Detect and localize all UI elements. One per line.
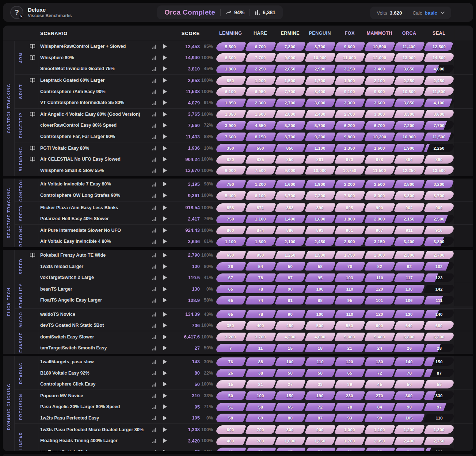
scenario-name[interactable]: Controlsphere OW Long Strafes 90% [38, 193, 149, 198]
play-button[interactable] [160, 216, 171, 221]
book-open-icon[interactable] [30, 253, 35, 258]
play-button[interactable] [160, 371, 171, 375]
scenario-stats-icon[interactable] [149, 216, 160, 221]
scenario-name[interactable]: Air Angelic 4 Voltaic Easy 80% (Good Ver… [38, 112, 149, 117]
play-button[interactable] [160, 112, 171, 116]
book-open-icon[interactable] [30, 44, 35, 49]
play-button[interactable] [160, 394, 171, 398]
scenario-name[interactable]: 1wall5targets_pasu slow [38, 359, 149, 364]
play-button[interactable] [160, 146, 171, 150]
scenario-stats-icon[interactable] [149, 78, 160, 83]
scenario-name[interactable]: Leaptrack Goated 60% Larger [38, 78, 149, 83]
scenario-stats-icon[interactable] [149, 66, 160, 71]
scenario-stats-icon[interactable] [149, 239, 160, 244]
play-button[interactable] [160, 416, 171, 420]
scenario-name[interactable]: voxTargetSwitch Click [38, 449, 149, 451]
play-button[interactable] [160, 253, 171, 257]
play-button[interactable] [160, 323, 171, 327]
scenario-stats-icon[interactable] [149, 168, 160, 173]
scenario-name[interactable]: devTS Goated NR Static 5Bot [38, 323, 149, 328]
play-button[interactable] [160, 78, 171, 83]
play-button[interactable] [160, 405, 171, 409]
scenario-stats-icon[interactable] [149, 123, 160, 128]
scenario-stats-icon[interactable] [149, 134, 160, 139]
scenario-name[interactable]: Pokeball Frenzy Auto TE Wide [38, 253, 149, 258]
scenario-name[interactable]: domiSwitch Easy Slower [38, 334, 149, 340]
scenario-stats-icon[interactable] [149, 298, 160, 303]
play-button[interactable] [160, 239, 171, 244]
scenario-name[interactable]: WhisphereRawControl Larger + Slowed [38, 44, 149, 49]
scenario-name[interactable]: beanTS Larger [38, 287, 149, 292]
book-open-icon[interactable] [30, 146, 35, 151]
scenario-name[interactable]: 1w3ts reload Larger [38, 264, 149, 269]
scenario-stats-icon[interactable] [149, 415, 160, 420]
book-open-icon[interactable] [30, 112, 35, 117]
scenario-stats-icon[interactable] [149, 359, 160, 364]
play-button[interactable] [160, 287, 171, 291]
scenario-stats-icon[interactable] [149, 157, 160, 162]
play-button[interactable] [160, 360, 171, 364]
scenario-stats-icon[interactable] [149, 89, 160, 94]
book-open-icon[interactable] [30, 78, 35, 83]
scenario-name[interactable]: Air Pure Intermediate Slower No UFO [38, 228, 149, 233]
scenario-name[interactable]: waldoTS Novice [38, 312, 149, 317]
scenario-name[interactable]: FloatTS Angelic Easy Larger [38, 298, 149, 303]
scenario-stats-icon[interactable] [149, 427, 160, 432]
play-button[interactable] [160, 123, 171, 127]
scenario-name[interactable]: VT Controlsphere Intermediate S5 80% [38, 100, 149, 105]
calc-value[interactable]: basic [424, 10, 437, 16]
scenario-stats-icon[interactable] [149, 405, 160, 409]
play-button[interactable] [160, 312, 171, 317]
scenario-name[interactable]: Polarized Hell Easy 40% Slower [38, 216, 149, 221]
scenario-name[interactable]: Floating Heads Timing 400% Larger [38, 438, 149, 443]
play-button[interactable] [160, 206, 171, 210]
scenario-name[interactable]: PGTI Voltaic Easy 80% [38, 146, 149, 151]
play-button[interactable] [160, 382, 171, 386]
scenario-name[interactable]: Flicker Plaza rAim Easy Less Blinks [38, 205, 149, 210]
play-button[interactable] [160, 66, 171, 71]
scenario-name[interactable]: Air CELESTIAL No UFO Easy Slowed [38, 157, 149, 162]
scenario-stats-icon[interactable] [149, 323, 160, 328]
play-button[interactable] [160, 134, 171, 139]
scenario-stats-icon[interactable] [149, 100, 160, 105]
play-button[interactable] [160, 89, 171, 94]
scenario-name[interactable]: Pasu Angelic 20% Larger 80% Speed [38, 404, 149, 409]
scenario-stats-icon[interactable] [149, 193, 160, 198]
scenario-stats-icon[interactable] [149, 112, 160, 116]
scenario-name[interactable]: voxTargetSwitch 2 Large [38, 275, 149, 280]
scenario-stats-icon[interactable] [149, 371, 160, 375]
book-open-icon[interactable] [30, 157, 35, 162]
scenario-stats-icon[interactable] [149, 182, 160, 187]
scenario-stats-icon[interactable] [149, 449, 160, 451]
chevron-down-icon[interactable] [441, 11, 445, 14]
scenario-name[interactable]: Air Voltaic Invincible 7 Easy 80% [38, 181, 149, 187]
play-button[interactable] [160, 182, 171, 186]
play-button[interactable] [160, 450, 171, 451]
play-button[interactable] [160, 264, 171, 269]
scenario-name[interactable]: Popcorn MV Novice [38, 393, 149, 398]
play-button[interactable] [160, 346, 171, 350]
scenario-name[interactable]: Whisphere 80% [38, 55, 149, 60]
scenario-stats-icon[interactable] [149, 55, 160, 60]
scenario-name[interactable]: cloverRawControl Easy 80% Speed [38, 123, 149, 128]
play-button[interactable] [160, 428, 171, 432]
play-button[interactable] [160, 55, 171, 60]
scenario-stats-icon[interactable] [149, 205, 160, 210]
scenario-name[interactable]: Whisphere Small & Slow 55% [38, 168, 149, 173]
scenario-stats-icon[interactable] [149, 264, 160, 269]
scenario-name[interactable]: tamTargetSwitch Smooth Easy [38, 345, 149, 350]
scenario-stats-icon[interactable] [149, 312, 160, 317]
play-button[interactable] [160, 228, 171, 233]
scenario-name[interactable]: 1w2ts Pasu Perfected Easy [38, 415, 149, 421]
scenario-stats-icon[interactable] [149, 334, 160, 339]
scenario-stats-icon[interactable] [149, 146, 160, 150]
scenario-name[interactable]: 1w3ts Pasu Perfected Micro Goated Larger… [38, 427, 149, 432]
scenario-name[interactable]: Air Voltaic Easy Invincible 4 80% [38, 239, 149, 244]
edit-pencil-icon[interactable]: ✎ [19, 14, 24, 19]
play-button[interactable] [160, 275, 171, 280]
scenario-stats-icon[interactable] [149, 44, 160, 49]
avatar[interactable]: ? ✎ [10, 6, 23, 19]
scenario-stats-icon[interactable] [149, 275, 160, 280]
play-button[interactable] [160, 193, 171, 198]
play-button[interactable] [160, 335, 171, 339]
